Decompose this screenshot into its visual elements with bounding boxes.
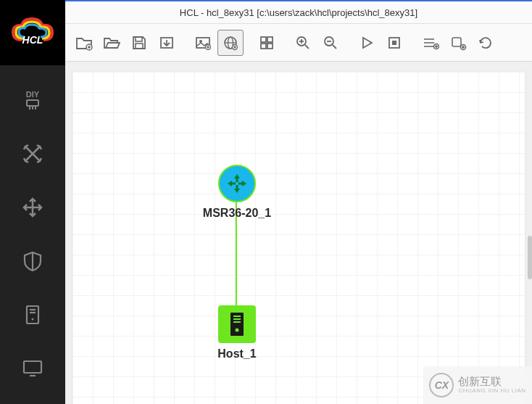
router-icon (218, 165, 256, 202)
svg-text:DIY: DIY (26, 90, 40, 99)
toolbar-save-button[interactable] (126, 30, 152, 56)
watermark-logo: CX (429, 373, 454, 397)
sidebar-items: DIY (20, 87, 46, 382)
sidebar-item-server[interactable] (20, 302, 46, 328)
scrollbar-thumb[interactable] (528, 236, 532, 279)
svg-rect-36 (261, 44, 266, 49)
svg-line-39 (305, 45, 309, 49)
host-icon (218, 305, 256, 343)
svg-marker-60 (228, 181, 236, 186)
toolbar-refresh-button[interactable] (473, 30, 499, 56)
svg-line-43 (333, 45, 336, 49)
svg-marker-61 (238, 181, 246, 186)
toolbar-open-button[interactable] (99, 30, 125, 56)
svg-rect-63 (233, 316, 241, 317)
toolbar (65, 24, 532, 62)
window-title: HCL - hcl_8exy31 [c:\users\zack\hcl\proj… (180, 7, 417, 18)
svg-rect-64 (233, 318, 241, 320)
svg-rect-20 (136, 44, 143, 49)
topology-canvas[interactable]: MSR36-20_1 Host_1 (72, 72, 525, 404)
sidebar-item-move[interactable] (20, 194, 46, 220)
app-sidebar: HCL DIY (0, 0, 65, 404)
svg-rect-19 (136, 37, 142, 41)
sidebar-item-shield[interactable] (20, 248, 46, 274)
sidebar-item-arrows[interactable] (20, 141, 46, 167)
toolbar-export-button[interactable] (154, 30, 180, 56)
node-label: MSR36-20_1 (203, 207, 271, 220)
canvas-wrap: MSR36-20_1 Host_1 (65, 62, 532, 404)
node-label: Host_1 (217, 347, 256, 360)
svg-rect-10 (27, 306, 38, 323)
toolbar-stop-button[interactable] (381, 30, 407, 56)
svg-rect-54 (452, 38, 461, 46)
svg-marker-58 (234, 174, 240, 182)
toolbar-play-button[interactable] (354, 30, 380, 56)
toolbar-zoom-in-button[interactable] (290, 30, 316, 56)
svg-point-13 (32, 318, 34, 321)
toolbar-image-button[interactable] (190, 30, 216, 56)
topology-node-host[interactable]: Host_1 (212, 305, 262, 360)
vertical-scrollbar[interactable] (528, 62, 532, 404)
toolbar-globe-button[interactable] (217, 30, 244, 56)
sidebar-item-monitor[interactable] (20, 355, 46, 382)
svg-marker-45 (363, 38, 372, 48)
watermark-sub: CHUANG XIN HU LIAN (458, 388, 525, 395)
app-logo: HCL (0, 0, 65, 65)
svg-rect-2 (27, 100, 38, 106)
svg-rect-37 (267, 44, 273, 49)
svg-rect-35 (267, 37, 273, 42)
svg-rect-14 (24, 361, 41, 373)
toolbar-new-button[interactable] (71, 30, 97, 56)
watermark: CX 创新互联 CHUANG XIN HU LIAN (423, 366, 532, 404)
toolbar-zoom-out-button[interactable] (317, 30, 344, 56)
toolbar-node-add-button[interactable] (445, 30, 471, 56)
main: HCL - hcl_8exy31 [c:\users\zack\hcl\proj… (65, 0, 532, 404)
svg-rect-34 (261, 37, 266, 42)
titlebar: HCL - hcl_8exy31 [c:\users\zack\hcl\proj… (65, 0, 532, 24)
toolbar-list-add-button[interactable] (417, 30, 444, 56)
topology-node-router[interactable]: MSR36-20_1 (197, 165, 277, 220)
toolbar-grid-button[interactable] (254, 30, 280, 56)
svg-rect-65 (233, 321, 241, 323)
sidebar-item-diy[interactable]: DIY (20, 87, 46, 113)
svg-marker-59 (234, 185, 240, 193)
svg-text:HCL: HCL (22, 34, 43, 46)
watermark-text: 创新互联 (458, 376, 525, 388)
svg-point-66 (236, 329, 239, 332)
svg-rect-47 (392, 41, 396, 45)
